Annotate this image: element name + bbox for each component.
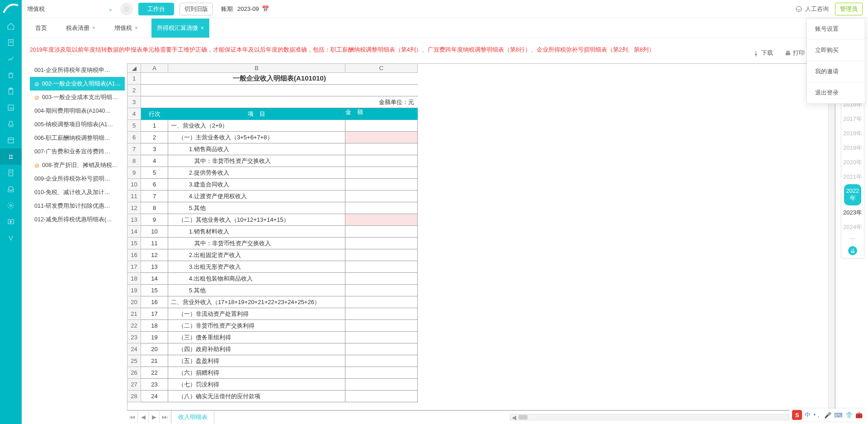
- nav-video-icon[interactable]: [0, 214, 22, 230]
- cell-item[interactable]: 2.出租固定资产收入: [168, 249, 345, 261]
- row-number[interactable]: 26: [127, 367, 141, 379]
- cell-rownum[interactable]: 6: [141, 179, 168, 191]
- sheet-nav-prev-icon[interactable]: ◀: [138, 411, 149, 423]
- cell-amount[interactable]: [345, 132, 418, 143]
- cell-amount[interactable]: [345, 155, 418, 167]
- row-number[interactable]: 16: [127, 249, 141, 261]
- cell-amount[interactable]: [345, 367, 418, 379]
- row-number[interactable]: 11: [127, 191, 141, 202]
- sheet-nav-last-icon[interactable]: ⏭: [160, 411, 170, 423]
- cell-item[interactable]: 4.让渡资产使用权收入: [168, 191, 345, 202]
- nav-home-icon[interactable]: [0, 18, 22, 34]
- switch-old-button[interactable]: 切到旧版: [179, 3, 213, 15]
- doc-list-item[interactable]: 004-期间费用明细表(A1040…: [30, 104, 125, 118]
- ime-badge[interactable]: S: [792, 410, 802, 420]
- row-number[interactable]: 12: [127, 202, 141, 214]
- cell-rownum[interactable]: 4: [141, 155, 168, 167]
- cell-rownum[interactable]: 2: [141, 132, 168, 143]
- sheet-corner[interactable]: ◢: [127, 64, 141, 73]
- row-number[interactable]: 4: [127, 108, 141, 120]
- consult-link[interactable]: 人工咨询: [795, 5, 829, 13]
- cell-item[interactable]: （八）确实无法偿付的应付款项: [168, 391, 345, 402]
- doc-list-item[interactable]: ⊘008-资产折旧、摊销及纳税…: [30, 158, 125, 172]
- cell-item[interactable]: （一）非流动资产处置利得: [168, 308, 345, 320]
- row-number[interactable]: 18: [127, 273, 141, 285]
- sheet-nav-next-icon[interactable]: ▶: [149, 411, 160, 423]
- cell-amount[interactable]: [345, 143, 418, 155]
- col-header-b[interactable]: B: [168, 64, 345, 73]
- close-icon[interactable]: ×: [135, 25, 138, 31]
- cell-item[interactable]: 一、营业收入（2+9）: [168, 120, 345, 132]
- doc-list-item[interactable]: 009-企业所得税弥补亏损明…: [30, 172, 125, 186]
- cell-item[interactable]: 1.销售商品收入: [168, 143, 345, 155]
- year-option[interactable]: 2018年: [841, 126, 864, 141]
- row-number[interactable]: 17: [127, 261, 141, 273]
- cell-rownum[interactable]: 14: [141, 273, 168, 285]
- doc-list-item[interactable]: 001-企业所得税年度纳税申…: [30, 63, 125, 77]
- row-number[interactable]: 28: [127, 391, 141, 402]
- cell-rownum[interactable]: 16: [141, 296, 168, 308]
- cell-amount[interactable]: [345, 391, 418, 402]
- cell-item[interactable]: 5.其他: [168, 285, 345, 296]
- doc-list-item[interactable]: 006-职工薪酬纳税调整明细…: [30, 131, 125, 145]
- doc-list-item[interactable]: 012-减免所得税优惠明细表(…: [30, 213, 125, 226]
- cell-item[interactable]: （一）主营业务收入（3+5+6+7+8）: [168, 132, 345, 143]
- cell-item[interactable]: 1.销售材料收入: [168, 226, 345, 238]
- row-number[interactable]: 8: [127, 155, 141, 167]
- cell-item[interactable]: 3.出租无形资产收入: [168, 261, 345, 273]
- row-number[interactable]: 14: [127, 226, 141, 238]
- round-doc-button[interactable]: [120, 3, 133, 15]
- cell-amount[interactable]: [345, 379, 418, 391]
- period-picker[interactable]: 2023-09 📅: [237, 5, 269, 12]
- user-menu-item[interactable]: 账号设置: [807, 19, 865, 40]
- row-number[interactable]: 27: [127, 379, 141, 391]
- row-number[interactable]: 5: [127, 120, 141, 132]
- cell-rownum[interactable]: 12: [141, 249, 168, 261]
- cell-amount[interactable]: [345, 226, 418, 238]
- doc-list-item[interactable]: 011-研发费用加计扣除优惠…: [30, 199, 125, 213]
- year-option[interactable]: 2020年: [841, 155, 864, 170]
- year-more-button[interactable]: ⇊: [841, 244, 864, 255]
- cell-rownum[interactable]: 15: [141, 285, 168, 296]
- nav-doc-icon[interactable]: [0, 34, 22, 51]
- ime-mic-icon[interactable]: 🎤: [824, 412, 831, 419]
- cell-amount[interactable]: [345, 355, 418, 367]
- cell-item[interactable]: （七）罚没利得: [168, 379, 345, 391]
- cell-rownum[interactable]: 10: [141, 226, 168, 238]
- tab-首页[interactable]: 首页: [30, 19, 52, 38]
- cell-amount[interactable]: [345, 332, 418, 343]
- year-down-icon[interactable]: ﹀: [841, 234, 864, 244]
- cell-item[interactable]: （二）其他业务收入（10+12+13+14+15）: [168, 214, 345, 226]
- cell-amount[interactable]: [345, 120, 418, 132]
- module-dropdown[interactable]: 增值税 ⌄: [27, 5, 113, 13]
- row-number[interactable]: 2: [127, 85, 141, 96]
- doc-list-item[interactable]: 007-广告费和业务宣传费跨…: [30, 145, 125, 158]
- cell-amount[interactable]: [345, 249, 418, 261]
- row-number[interactable]: 1: [127, 73, 141, 85]
- year-option[interactable]: 2022年: [844, 184, 861, 205]
- cell-item[interactable]: （二）非货币性资产交换利得: [168, 320, 345, 332]
- nav-tax-icon[interactable]: [0, 148, 22, 165]
- year-option[interactable]: 2021年: [841, 170, 864, 184]
- doc-list-item[interactable]: ⊘002-一般企业收入明细表(A1…: [30, 77, 125, 91]
- nav-settings-icon[interactable]: [0, 197, 22, 214]
- ime-keyboard-icon[interactable]: ⌨: [834, 412, 843, 419]
- cell-amount[interactable]: [345, 320, 418, 332]
- cell-item[interactable]: 其中：非货币性资产交换收入: [168, 155, 345, 167]
- cell-amount[interactable]: [345, 191, 418, 202]
- col-header-c[interactable]: C: [345, 64, 418, 73]
- admin-button[interactable]: 管理员: [835, 3, 863, 15]
- cell-rownum[interactable]: 9: [141, 214, 168, 226]
- download-button[interactable]: ⭳ 下载: [753, 49, 773, 57]
- nav-calendar-icon[interactable]: [0, 132, 22, 148]
- cell-amount[interactable]: [345, 308, 418, 320]
- row-number[interactable]: 15: [127, 238, 141, 249]
- user-menu-item[interactable]: 退出登录: [807, 82, 865, 103]
- cell-rownum[interactable]: 11: [141, 238, 168, 249]
- cell-rownum[interactable]: 8: [141, 202, 168, 214]
- cell-rownum[interactable]: 1: [141, 120, 168, 132]
- cell-item[interactable]: （四）政府补助利得: [168, 343, 345, 355]
- cell-rownum[interactable]: 7: [141, 191, 168, 202]
- cell-amount[interactable]: [345, 238, 418, 249]
- cell-rownum[interactable]: 23: [141, 379, 168, 391]
